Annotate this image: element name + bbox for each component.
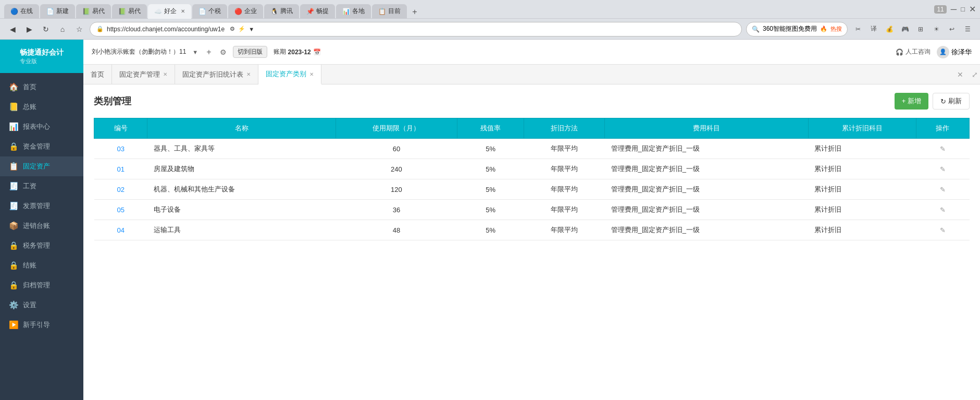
- app-header: 刘小艳演示账套（勿删勿动！）11 ▼ + ⚙ 切到旧版 账期 2023-12 📅…: [83, 40, 980, 65]
- new-tab-button[interactable]: +: [408, 5, 421, 19]
- account-user-label: 刘小艳演示账套（勿删勿动！）11: [92, 47, 186, 56]
- home-button[interactable]: ⌂: [56, 23, 69, 35]
- home-icon: 🏠: [8, 82, 19, 92]
- game-icon[interactable]: 🎮: [899, 23, 911, 35]
- browser-toolbar: ✂ 译 💰 🎮 ⊞ ☀ ↩ ☰: [852, 23, 974, 35]
- wallet-icon[interactable]: 💰: [883, 23, 896, 35]
- tab-asset-management[interactable]: 固定资产管理 ✕: [112, 65, 175, 84]
- customer-service-button[interactable]: 🎧 人工咨询: [896, 47, 931, 56]
- sidebar-item-archive[interactable]: 🔒 归档管理: [0, 275, 83, 295]
- cell-expense: 管理费用_固定资产折旧_一级: [605, 179, 809, 200]
- refresh-button[interactable]: ↻ 刷新: [933, 93, 970, 110]
- tab-close-depreciation[interactable]: ✕: [246, 71, 251, 77]
- sidebar-label-closing: 结账: [23, 261, 36, 270]
- cell-method: 年限平均: [524, 220, 605, 240]
- back-button[interactable]: ◀: [6, 23, 19, 35]
- minimize-icon[interactable]: ─: [951, 5, 957, 14]
- browser-tab-enterprise[interactable]: 🔴 企业: [228, 4, 263, 19]
- sidebar-label-payroll: 工资: [23, 181, 36, 191]
- sidebar-item-closing[interactable]: 🔒 结账: [0, 256, 83, 275]
- sidebar-item-reports[interactable]: 📊 报表中心: [0, 117, 83, 137]
- calendar-icon[interactable]: 📅: [313, 49, 321, 56]
- translate-icon[interactable]: 译: [867, 23, 880, 35]
- browser-tab-muqian[interactable]: 📋 目前: [372, 4, 407, 19]
- sidebar-item-settings[interactable]: ⚙️ 设置: [0, 295, 83, 315]
- code-link[interactable]: 05: [117, 206, 124, 214]
- switch-version-button[interactable]: 切到旧版: [233, 46, 267, 58]
- tab-depreciation[interactable]: 固定资产折旧统计表 ✕: [175, 65, 258, 84]
- cell-duration: 120: [336, 179, 457, 200]
- browser-tab-tax[interactable]: 📄 个税: [192, 4, 227, 19]
- forward-button[interactable]: ▶: [23, 23, 35, 35]
- tab-close-category[interactable]: ✕: [309, 71, 314, 77]
- user-info: 👤 徐泽华: [937, 46, 972, 58]
- search-bar[interactable]: 🔍 360智能抠图免费用 🔥 热搜: [746, 22, 848, 37]
- browser-tab-changte[interactable]: 📌 畅提: [300, 4, 335, 19]
- browser-tab-new[interactable]: 📄 新建: [40, 4, 75, 19]
- sidebar-item-general-ledger[interactable]: 📒 总账: [0, 97, 83, 117]
- sidebar-item-fund[interactable]: 🔒 资金管理: [0, 137, 83, 156]
- sidebar-item-invoice[interactable]: 🧾 发票管理: [0, 196, 83, 216]
- edit-icon[interactable]: ✎: [940, 165, 946, 173]
- table-row: 03 器具、工具、家具等 60 5% 年限平均 管理费用_固定资产折旧_一级 累…: [94, 139, 970, 159]
- avatar: 👤: [937, 46, 949, 58]
- cell-code: 02: [94, 179, 147, 200]
- restore-icon[interactable]: □: [961, 5, 965, 13]
- sidebar-item-inventory[interactable]: 📦 进销台账: [0, 216, 83, 236]
- close-page-button[interactable]: ✕: [955, 69, 965, 80]
- inventory-icon: 📦: [8, 221, 19, 231]
- dropdown-arrow-icon[interactable]: ▼: [192, 49, 198, 55]
- sidebar-item-payroll[interactable]: 🧾 工资: [0, 176, 83, 196]
- tab-home[interactable]: 首页: [83, 65, 112, 84]
- code-link[interactable]: 02: [117, 186, 124, 193]
- code-link[interactable]: 03: [117, 145, 124, 153]
- browser-tab-close[interactable]: ✕: [181, 8, 185, 14]
- edit-icon[interactable]: ✎: [940, 186, 946, 193]
- edit-icon[interactable]: ✎: [940, 226, 946, 234]
- tab-close-asset-mgmt[interactable]: ✕: [163, 71, 167, 77]
- undo-icon[interactable]: ↩: [946, 23, 958, 35]
- browser-tab-yidai1[interactable]: 📗 易代: [76, 4, 111, 19]
- hot-label: 🔥: [820, 26, 827, 32]
- sidebar-item-home[interactable]: 🏠 首页: [0, 77, 83, 97]
- browser-tab-gedi[interactable]: 📊 各地: [336, 4, 371, 19]
- dropdown-icon[interactable]: ▼: [249, 26, 254, 32]
- sidebar-label-reports: 报表中心: [23, 122, 50, 131]
- add-button[interactable]: + 新增: [895, 93, 928, 110]
- bookmark-button[interactable]: ☆: [73, 23, 85, 35]
- code-link[interactable]: 04: [117, 226, 124, 234]
- reload-button[interactable]: ↻: [40, 23, 52, 35]
- col-duration: 使用期限（月）: [336, 118, 457, 139]
- browser-tab-haoqi[interactable]: ☁️ 好企 ✕: [148, 4, 191, 19]
- sidebar-item-guide[interactable]: ▶️ 新手引导: [0, 315, 83, 335]
- code-link[interactable]: 01: [117, 165, 124, 173]
- cell-duration: 48: [336, 220, 457, 240]
- archive-icon: 🔒: [8, 281, 19, 290]
- browser-tab-yidai2[interactable]: 📗 易代: [112, 4, 147, 19]
- scissors-icon[interactable]: ✂: [852, 23, 864, 35]
- window-close-icon[interactable]: ✕: [969, 4, 976, 14]
- grid-icon[interactable]: ⊞: [914, 23, 927, 35]
- settings-gear-icon[interactable]: ⚙: [220, 48, 227, 56]
- browser-tab-online[interactable]: 🔵 在线: [4, 4, 39, 19]
- expand-page-button[interactable]: ⤢: [970, 69, 980, 80]
- browser-tabs-bar: 🔵 在线 📄 新建 📗 易代 📗 易代 ☁️ 好企 ✕ 📄 个税 🔴 企业: [0, 0, 980, 19]
- tab-icon: 📋: [378, 8, 386, 15]
- payroll-icon: 🧾: [8, 181, 19, 191]
- brightness-icon[interactable]: ☀: [930, 23, 942, 35]
- browser-tab-tencent[interactable]: 🐧 腾讯: [264, 4, 299, 19]
- cell-code: 03: [94, 139, 147, 159]
- sidebar-item-fixed-assets[interactable]: 📋 固定资产: [0, 156, 83, 176]
- tab-count-badge: 11: [934, 5, 946, 14]
- cell-duration: 36: [336, 200, 457, 220]
- tab-category[interactable]: 固定资产类别 ✕: [258, 65, 321, 84]
- cell-code: 01: [94, 159, 147, 179]
- site-settings-icon[interactable]: ⚙: [230, 26, 235, 32]
- edit-icon[interactable]: ✎: [940, 206, 946, 214]
- sidebar-item-tax[interactable]: 🔒 税务管理: [0, 236, 83, 256]
- add-account-icon[interactable]: +: [206, 47, 211, 57]
- lightning-icon[interactable]: ⚡: [238, 26, 245, 32]
- menu-icon[interactable]: ☰: [961, 23, 974, 35]
- edit-icon[interactable]: ✎: [940, 145, 946, 153]
- address-bar[interactable]: 🔒 https://cloud.chanjet.com/accounting/u…: [90, 22, 742, 37]
